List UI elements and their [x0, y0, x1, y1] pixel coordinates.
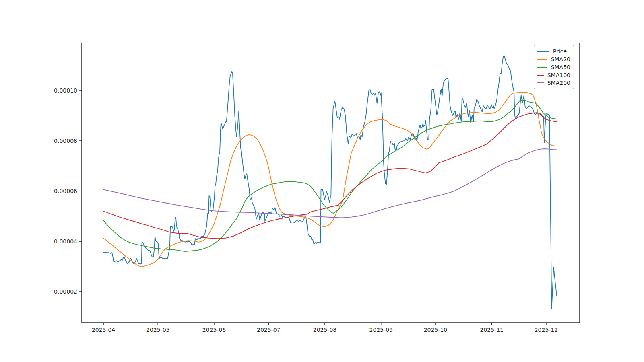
legend-item-label: Price	[553, 49, 567, 54]
x-tick-label: 2025-05	[146, 327, 170, 333]
legend-item-sma200: SMA200	[537, 79, 570, 87]
x-tick-label: 2025-12	[535, 327, 558, 333]
series-line-sma50	[103, 100, 557, 251]
series-line-sma100	[103, 113, 557, 239]
x-tick-label: 2025-04	[92, 327, 116, 333]
legend-item-sma50: SMA50	[537, 63, 570, 71]
legend-line-sample	[537, 59, 547, 60]
legend-item-sma20: SMA20	[537, 56, 570, 64]
legend-item-price: Price	[537, 47, 570, 56]
legend-line-sample	[537, 51, 549, 52]
legend-item-sma100: SMA100	[537, 71, 570, 79]
y-tick-label: 0.00010	[54, 87, 77, 94]
legend-line-sample	[537, 82, 544, 83]
x-tick-label: 2025-07	[257, 327, 281, 333]
series-line-sma200	[103, 149, 557, 218]
x-tick-label: 2025-06	[202, 327, 226, 333]
x-tick-label: 2025-10	[424, 327, 448, 333]
legend-item-label: SMA100	[547, 72, 570, 78]
legend-item-label: SMA20	[551, 56, 570, 62]
axes-spines	[82, 43, 580, 323]
legend-line-sample	[537, 67, 547, 68]
x-tick-label: 2025-11	[480, 327, 504, 333]
x-tick-label: 2025-09	[369, 327, 393, 333]
legend-line-sample	[537, 75, 544, 76]
legend-item-label: SMA50	[551, 64, 570, 70]
y-tick-label: 0.00008	[54, 138, 77, 144]
legend-item-label: SMA200	[547, 80, 570, 86]
legend: PriceSMA20SMA50SMA100SMA200	[534, 45, 574, 89]
x-tick-label: 2025-08	[313, 327, 337, 333]
figure: 2025-042025-052025-062025-072025-082025-…	[0, 0, 644, 362]
y-tick-label: 0.00002	[54, 288, 77, 295]
series-line-price	[103, 56, 557, 309]
series-line-sma20	[103, 92, 556, 267]
y-tick-label: 0.00006	[54, 188, 77, 194]
y-tick-label: 0.00004	[54, 238, 77, 245]
